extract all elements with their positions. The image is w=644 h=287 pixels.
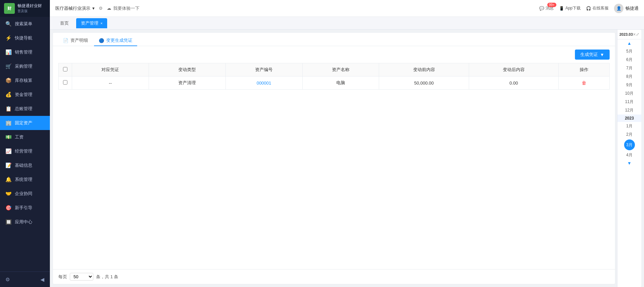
online-service-btn[interactable]: 🎧 在线客服 <box>586 5 609 11</box>
sidebar-footer: ⚙ ◀ <box>0 272 50 287</box>
date-item-4[interactable]: 4月 <box>617 151 641 159</box>
sidebar-label-purchase: 采购管理 <box>15 63 32 69</box>
asset-panel: 📄 资产明细 🔵 变更生成凭证 生成凭证 ▼ <box>53 32 615 284</box>
date-item-12[interactable]: 12月 <box>617 106 641 115</box>
company-dropdown-icon: ▾ <box>92 6 95 11</box>
salary-icon: 💵 <box>5 134 11 140</box>
app-download-label: App下载 <box>565 5 581 11</box>
row-asset-name: 电脑 <box>302 76 379 90</box>
col-ops: 操作 <box>559 63 610 76</box>
sidebar-item-basic-info[interactable]: 📝 基础信息 <box>0 158 50 172</box>
sidebar-item-salary[interactable]: 💵 工资 <box>0 130 50 144</box>
date-scroll-down[interactable]: ▼ <box>617 159 641 167</box>
date-item-11[interactable]: 11月 <box>617 98 641 106</box>
experience-label: 我要体验一下 <box>113 5 140 11</box>
col-asset-name: 资产名称 <box>302 63 379 76</box>
sidebar-item-ledger[interactable]: 📋 总账管理 <box>0 102 50 116</box>
tabs-bar: 首页 资产管理 × <box>50 17 644 30</box>
sidebar-item-app-center[interactable]: 🔲 应用中心 <box>0 215 50 229</box>
date-scroll-up[interactable]: ▲ <box>617 39 641 47</box>
generate-voucher-btn[interactable]: 生成凭证 ▼ <box>575 50 610 60</box>
generate-dropdown-icon: ▼ <box>600 52 604 57</box>
sidebar-item-purchase[interactable]: 🛒 采购管理 <box>0 59 50 73</box>
table-row: -- 资产清理 000001 电脑 50,000.00 0.00 🗑 <box>59 76 610 90</box>
date-item-1[interactable]: 1月 <box>617 122 641 130</box>
tab-asset-management[interactable]: 资产管理 × <box>76 18 107 28</box>
document-icon: 📄 <box>63 38 68 43</box>
date-item-2[interactable]: 2月 <box>617 130 641 139</box>
logo-text-area: 畅捷通好业财 普及版 <box>18 3 42 13</box>
sidebar: 财 畅捷通好业财 普及版 🔍 搜索菜单 ⚡ 快捷导航 📊 销售管理 🛒 采购管理… <box>0 0 50 287</box>
sidebar-label-ledger: 总账管理 <box>15 106 32 112</box>
tab-home-label: 首页 <box>60 20 69 26</box>
per-page-select[interactable]: 50 100 200 <box>70 273 93 281</box>
settings-icon[interactable]: ⚙ <box>5 277 10 283</box>
sidebar-item-quick-nav[interactable]: ⚡ 快捷导航 <box>0 31 50 45</box>
row-before: 50,000.00 <box>379 76 469 90</box>
tab-close-icon[interactable]: × <box>100 21 102 25</box>
sidebar-item-guide[interactable]: 🎯 新手引导 <box>0 201 50 215</box>
delete-btn[interactable]: 🗑 <box>582 80 586 86</box>
sidebar-label-inventory: 库存核算 <box>15 77 32 84</box>
date-expand-btn[interactable]: ⤢ <box>636 32 639 37</box>
app-center-icon: 🔲 <box>5 219 11 225</box>
date-item-3[interactable]: 3月 <box>624 139 635 150</box>
sidebar-label-operation: 经营管理 <box>15 148 32 154</box>
toolbar: 生成凭证 ▼ <box>53 46 615 63</box>
sidebar-item-fixed-assets[interactable]: 🏢 固定资产 <box>0 116 50 130</box>
settings-gear-icon[interactable]: ⚙ <box>99 6 103 11</box>
row-checkbox[interactable] <box>63 80 67 85</box>
sidebar-item-sales[interactable]: 📊 销售管理 <box>0 45 50 59</box>
message-icon: 💬 <box>539 6 544 11</box>
tab-home[interactable]: 首页 <box>55 18 73 28</box>
date-item-9[interactable]: 9月 <box>617 81 641 89</box>
sidebar-item-collab[interactable]: 🤝 企业协同 <box>0 187 50 201</box>
sub-tab-change-voucher-label: 变更生成凭证 <box>106 37 132 43</box>
logo-area: 财 畅捷通好业财 普及版 <box>0 0 50 17</box>
date-item-10[interactable]: 10月 <box>617 89 641 98</box>
user-area[interactable]: 👤 畅捷通 <box>614 4 639 13</box>
logo-name: 畅捷通好业财 <box>18 3 42 9</box>
generate-voucher-label: 生成凭证 <box>580 52 598 58</box>
col-before: 变动前内容 <box>379 63 469 76</box>
app-download-btn[interactable]: 📱 App下载 <box>559 5 581 11</box>
change-table: 对应凭证 变动类型 资产编号 资产名称 变动前内容 变动后内容 操作 <box>58 63 610 90</box>
sidebar-label-app-center: 应用中心 <box>15 219 32 225</box>
sidebar-label-capital: 资金管理 <box>15 92 32 98</box>
sidebar-label-quick-nav: 快捷导航 <box>15 35 32 41</box>
capital-icon: 💰 <box>5 92 11 98</box>
row-voucher: -- <box>72 76 149 90</box>
date-item-6[interactable]: 6月 <box>617 56 641 64</box>
online-service-label: 在线客服 <box>592 5 609 11</box>
sales-icon: 📊 <box>5 49 11 55</box>
messages-btn[interactable]: 💬 消息 99+ <box>539 5 554 11</box>
date-item-7[interactable]: 7月 <box>617 64 641 72</box>
date-item-5[interactable]: 5月 <box>617 47 641 56</box>
sub-tab-asset-detail[interactable]: 📄 资产明细 <box>58 35 93 46</box>
sidebar-item-operation[interactable]: 📈 经营管理 <box>0 144 50 158</box>
company-name: 医疗器械行业演示 <box>55 5 90 11</box>
cloud-icon: ☁ <box>107 6 111 11</box>
sub-tab-change-voucher[interactable]: 🔵 变更生成凭证 <box>94 35 137 46</box>
basic-info-icon: 📝 <box>5 162 11 168</box>
inventory-icon: 📦 <box>5 77 11 84</box>
logo-icon: 财 <box>4 3 15 14</box>
ledger-icon: 📋 <box>5 106 11 112</box>
col-change-type: 变动类型 <box>149 63 225 76</box>
sidebar-item-inventory[interactable]: 📦 库存核算 <box>0 73 50 88</box>
col-voucher: 对应凭证 <box>72 63 149 76</box>
table-wrap: 对应凭证 变动类型 资产编号 资产名称 变动前内容 变动后内容 操作 <box>53 63 615 269</box>
date-item-8[interactable]: 8月 <box>617 72 641 81</box>
download-icon: 📱 <box>559 6 564 11</box>
company-selector[interactable]: 医疗器械行业演示 ▾ <box>55 5 95 11</box>
experience-btn[interactable]: ☁ 我要体验一下 <box>107 5 140 11</box>
select-all-checkbox[interactable] <box>63 67 67 71</box>
collapse-icon[interactable]: ◀ <box>40 277 44 283</box>
date-year-2023[interactable]: 2023 <box>617 115 641 122</box>
sidebar-item-capital[interactable]: 💰 资金管理 <box>0 88 50 102</box>
date-close-btn[interactable]: × <box>633 32 636 37</box>
avatar-icon: 👤 <box>616 6 621 11</box>
sidebar-item-system[interactable]: 🔔 系统管理 <box>0 172 50 187</box>
sidebar-item-search[interactable]: 🔍 搜索菜单 <box>0 17 50 31</box>
sidebar-label-search: 搜索菜单 <box>15 21 32 27</box>
